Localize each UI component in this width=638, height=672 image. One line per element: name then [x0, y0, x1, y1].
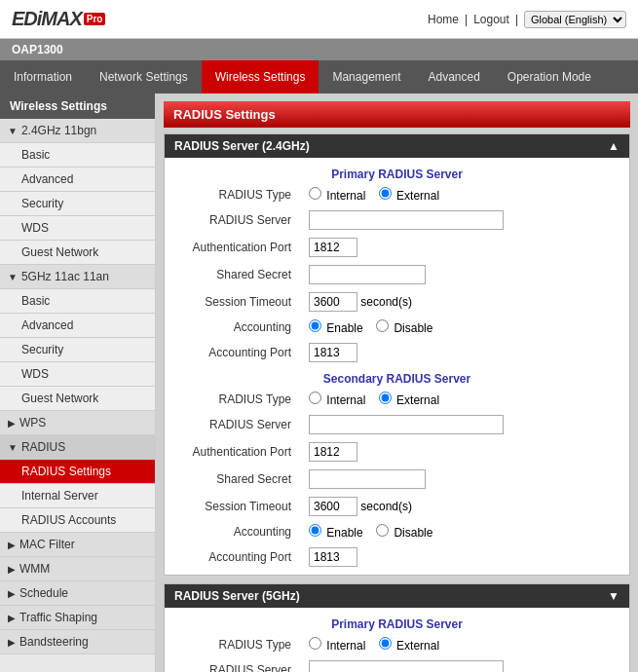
radio-enable-input[interactable]: [309, 524, 321, 537]
radius-24ghz-section: RADIUS Server (2.4GHz) ▲ Primary RADIUS …: [164, 133, 630, 576]
sidebar-group-label-wps: WPS: [19, 416, 46, 429]
radio-external-input[interactable]: [379, 187, 392, 200]
nav-management[interactable]: Management: [319, 60, 414, 93]
sidebar-item-radius-settings[interactable]: RADIUS Settings: [0, 460, 155, 484]
sidebar-item-5-wds[interactable]: WDS: [0, 362, 155, 387]
radio-internal-input[interactable]: [309, 187, 321, 200]
logout-link[interactable]: Logout: [473, 13, 509, 26]
primary-server-24ghz: Primary RADIUS Server RADIUS Type Intern…: [165, 158, 629, 575]
radio-external-input[interactable]: [379, 637, 392, 650]
sidebar-group-5ghz: ▼ 5GHz 11ac 11an Basic Advanced Security…: [0, 265, 155, 411]
sidebar-group-24ghz: ▼ 2.4GHz 11bgn Basic Advanced Security W…: [0, 119, 155, 265]
sidebar-item-24-security[interactable]: Security: [0, 192, 155, 216]
radio-external-secondary-24[interactable]: External: [379, 393, 439, 407]
sidebar-item-24-guest[interactable]: Guest Network: [0, 241, 155, 265]
radio-external-input[interactable]: [379, 392, 392, 404]
sidebar-item-radius-accounts[interactable]: RADIUS Accounts: [0, 508, 155, 533]
sidebar-group-header-24ghz[interactable]: ▼ 2.4GHz 11bgn: [0, 119, 155, 143]
chevron-right-icon: ▶: [8, 613, 16, 623]
nav-network-settings[interactable]: Network Settings: [86, 60, 202, 93]
scroll-up-icon[interactable]: ▲: [608, 139, 619, 153]
radio-internal-input[interactable]: [309, 637, 321, 650]
radius-server-primary-5-input[interactable]: [309, 660, 504, 672]
radius-server-secondary-24-input[interactable]: [309, 415, 504, 434]
table-row: Accounting Enable Disable: [165, 520, 629, 543]
home-link[interactable]: Home: [428, 13, 459, 26]
device-label: OAP1300: [0, 39, 638, 60]
sidebar-group-label-band: Bandsteering: [19, 635, 89, 649]
language-select[interactable]: Global (English): [524, 11, 626, 28]
radio-internal-input[interactable]: [309, 392, 321, 404]
chevron-right-icon: ▶: [8, 637, 16, 648]
radio-disable-accounting-secondary-24[interactable]: Disable: [376, 526, 432, 540]
second-unit: second(s): [360, 295, 412, 309]
header: EDiMAX Pro Home | Logout | Global (Engli…: [0, 0, 638, 39]
radio-disable-input[interactable]: [376, 524, 389, 537]
nav-information[interactable]: Information: [0, 60, 86, 93]
sidebar-item-24-wds[interactable]: WDS: [0, 216, 155, 241]
radio-internal-primary-5[interactable]: Internal: [309, 639, 365, 653]
radio-disable-input[interactable]: [376, 319, 389, 332]
chevron-right-icon: ▶: [8, 540, 16, 550]
sidebar-item-24-basic[interactable]: Basic: [0, 143, 155, 168]
sidebar-group-header-schedule[interactable]: ▶ Schedule: [0, 581, 155, 606]
session-timeout-secondary-24-input[interactable]: [309, 497, 357, 516]
radio-external-primary-5[interactable]: External: [379, 639, 439, 653]
label: RADIUS Server: [165, 206, 301, 234]
table-row: RADIUS Server: [165, 206, 629, 234]
sidebar-group-header-wps[interactable]: ▶ WPS: [0, 411, 155, 435]
radio-internal-secondary-24[interactable]: Internal: [309, 393, 365, 407]
nav-wireless-settings[interactable]: Wireless Settings: [202, 60, 319, 93]
nav-advanced[interactable]: Advanced: [414, 60, 493, 93]
radius-server-primary-24-input[interactable]: [309, 210, 504, 230]
shared-secret-primary-24-input[interactable]: [309, 265, 426, 284]
radio-external-primary-24[interactable]: External: [379, 189, 439, 203]
value: [301, 206, 629, 234]
sidebar-group-header-wmm[interactable]: ▶ WMM: [0, 557, 155, 581]
sidebar-group-header-5ghz[interactable]: ▼ 5GHz 11ac 11an: [0, 265, 155, 289]
radio-enable-input[interactable]: [309, 319, 321, 332]
sidebar-item-5-guest[interactable]: Guest Network: [0, 387, 155, 411]
sidebar-item-5-security[interactable]: Security: [0, 338, 155, 362]
label: Authentication Port: [165, 234, 301, 261]
radio-enable-accounting-secondary-24[interactable]: Enable: [309, 526, 363, 540]
section-title-5ghz: RADIUS Server (5GHz): [174, 589, 300, 603]
scroll-down-icon[interactable]: ▼: [608, 589, 619, 603]
accounting-port-primary-24-input[interactable]: [309, 343, 357, 362]
radio-disable-accounting-primary-24[interactable]: Disable: [376, 321, 432, 335]
chevron-right-icon: ▶: [8, 588, 16, 599]
shared-secret-secondary-24-input[interactable]: [309, 469, 426, 489]
chevron-down-icon: ▼: [8, 442, 18, 453]
sidebar-group-header-mac[interactable]: ▶ MAC Filter: [0, 533, 155, 557]
section-header-5ghz: RADIUS Server (5GHz) ▼: [165, 584, 629, 608]
label: RADIUS Type: [165, 388, 301, 411]
primary-form-5ghz: RADIUS Type Internal External RADIUS Ser…: [165, 633, 629, 672]
sidebar-item-5-advanced[interactable]: Advanced: [0, 314, 155, 338]
sidebar-group-header-band[interactable]: ▶ Bandsteering: [0, 630, 155, 654]
table-row: Accounting Port: [165, 339, 629, 366]
auth-port-primary-24-input[interactable]: [309, 238, 357, 257]
value: Internal External: [301, 388, 629, 411]
sidebar-group-header-traffic[interactable]: ▶ Traffic Shaping: [0, 606, 155, 630]
radio-enable-accounting-primary-24[interactable]: Enable: [309, 321, 363, 335]
sidebar-item-internal-server[interactable]: Internal Server: [0, 484, 155, 508]
table-row: RADIUS Type Internal External: [165, 183, 629, 206]
primary-title-5ghz: Primary RADIUS Server: [165, 612, 629, 633]
sidebar-group-label-mac: MAC Filter: [19, 538, 75, 551]
label: Session Timeout: [165, 288, 301, 316]
table-row: Authentication Port: [165, 438, 629, 466]
auth-port-secondary-24-input[interactable]: [309, 442, 357, 462]
radio-internal-primary-24[interactable]: Internal: [309, 189, 365, 203]
primary-form-24ghz: RADIUS Type Internal External RADIUS Ser…: [165, 183, 629, 366]
chevron-right-icon: ▶: [8, 418, 16, 429]
value: [301, 234, 629, 261]
sidebar-group-header-radius[interactable]: ▼ RADIUS: [0, 435, 155, 460]
table-row: RADIUS Type Internal External: [165, 633, 629, 656]
accounting-port-secondary-24-input[interactable]: [309, 547, 357, 567]
sidebar-group-label-wmm: WMM: [19, 562, 50, 576]
sidebar-item-24-advanced[interactable]: Advanced: [0, 168, 155, 192]
label: RADIUS Server: [165, 411, 301, 438]
nav-operation-mode[interactable]: Operation Mode: [494, 60, 605, 93]
session-timeout-primary-24-input[interactable]: [309, 292, 357, 312]
sidebar-item-5-basic[interactable]: Basic: [0, 289, 155, 314]
